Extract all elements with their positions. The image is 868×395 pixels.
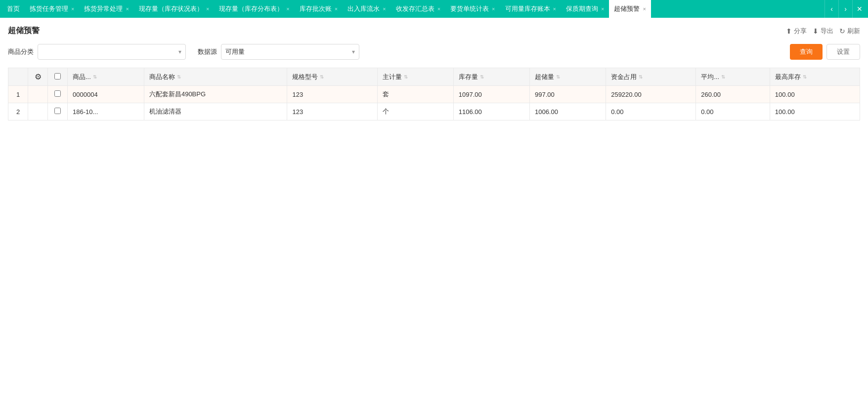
- cell-capital-2: 0.00: [606, 103, 696, 120]
- nav-item-home[interactable]: 首页: [2, 0, 25, 18]
- nav-item-abnormal[interactable]: 拣货异常处理×: [79, 0, 133, 18]
- page-header: 超储预警 ⬆ 分享 ⬇ 导出 ↻ 刷新: [8, 26, 860, 36]
- cell-maxstock-1: 100.00: [770, 86, 860, 103]
- nav-item-expiry[interactable]: 保质期查询×: [561, 0, 609, 18]
- nav-item-order-stat[interactable]: 要货单统计表×: [445, 0, 500, 18]
- cell-avg-2: 0.00: [696, 103, 770, 120]
- col-overstock[interactable]: 超储量⇅: [529, 68, 606, 86]
- cell-unit-1: 套: [377, 86, 453, 103]
- cell-unit-2: 个: [377, 103, 453, 120]
- sort-icon-stock[interactable]: ⇅: [480, 74, 484, 79]
- category-label: 商品分类: [8, 47, 34, 56]
- nav-close-icon-expiry[interactable]: ×: [601, 6, 604, 12]
- sort-icon-capital[interactable]: ⇅: [639, 74, 643, 79]
- nav-close-icon-batch[interactable]: ×: [335, 6, 338, 12]
- nav-item-inout[interactable]: 出入库流水×: [343, 0, 391, 18]
- sort-icon-unit[interactable]: ⇅: [404, 74, 408, 79]
- table-row: 10000004六配套新昌490BPG123套1097.00997.002592…: [8, 86, 860, 103]
- nav-item-batch[interactable]: 库存批次账×: [295, 0, 343, 18]
- table-row: 2186-10...机油滤清器123个1106.001006.000.000.0…: [8, 103, 860, 120]
- col-maxstock[interactable]: 最高库存⇅: [770, 68, 860, 86]
- datasource-select[interactable]: 可用量 ▾: [221, 44, 359, 60]
- cell-code-2: 186-10...: [68, 103, 144, 120]
- row-check-2[interactable]: [48, 103, 68, 120]
- cell-capital-1: 259220.00: [606, 86, 696, 103]
- page-title: 超储预警: [8, 26, 40, 36]
- nav-item-collect[interactable]: 收发存汇总表×: [391, 0, 445, 18]
- export-button[interactable]: ⬇ 导出: [813, 27, 833, 36]
- cell-stock-1: 1097.00: [453, 86, 529, 103]
- query-button[interactable]: 查询: [790, 44, 823, 60]
- nav-prev-arrow[interactable]: ‹: [825, 0, 838, 18]
- nav-close-icon-inout[interactable]: ×: [383, 6, 386, 12]
- row-num-2: 2: [8, 103, 28, 120]
- col-capital[interactable]: 资金占用⇅: [606, 68, 696, 86]
- sort-icon-name[interactable]: ⇅: [177, 74, 181, 79]
- nav-close-icon-order-stat[interactable]: ×: [492, 6, 495, 12]
- row-checkbox-2[interactable]: [54, 108, 61, 114]
- category-select[interactable]: ▾: [38, 44, 186, 60]
- nav-close-icon-stock-dist[interactable]: ×: [286, 6, 289, 12]
- sort-icon-spec[interactable]: ⇅: [320, 74, 324, 79]
- cell-overstock-2: 1006.00: [529, 103, 606, 120]
- nav-close-icon-overstock[interactable]: ×: [643, 6, 646, 12]
- cell-spec-1: 123: [287, 86, 377, 103]
- datasource-filter: 数据源 可用量 ▾: [198, 44, 359, 60]
- col-unit[interactable]: 主计量⇅: [377, 68, 453, 86]
- nav-close-icon-stock-status[interactable]: ×: [206, 6, 209, 12]
- nav-item-overstock[interactable]: 超储预警×: [609, 0, 651, 18]
- sort-icon-maxstock[interactable]: ⇅: [803, 74, 807, 79]
- col-name[interactable]: 商品名称⇅: [144, 68, 287, 86]
- select-all-checkbox[interactable]: [54, 73, 61, 79]
- nav-close-icon-available[interactable]: ×: [553, 6, 556, 12]
- header-actions: ⬆ 分享 ⬇ 导出 ↻ 刷新: [786, 27, 860, 36]
- cell-code-1: 0000004: [68, 86, 144, 103]
- datasource-chevron-icon: ▾: [352, 48, 355, 55]
- col-num: [8, 68, 28, 86]
- nav-close-icon-task[interactable]: ×: [71, 6, 74, 12]
- sort-icon-overstock[interactable]: ⇅: [556, 74, 560, 79]
- nav-bar: 首页拣货任务管理×拣货异常处理×现存量（库存状况表）×现存量（库存分布表）×库存…: [0, 0, 868, 18]
- datasource-label: 数据源: [198, 47, 217, 56]
- cell-name-1: 六配套新昌490BPG: [144, 86, 287, 103]
- cell-name-2: 机油滤清器: [144, 103, 287, 120]
- export-icon: ⬇: [813, 27, 819, 35]
- chevron-down-icon: ▾: [178, 48, 181, 55]
- filter-actions: 查询 设置: [790, 44, 860, 60]
- page-container: 超储预警 ⬆ 分享 ⬇ 导出 ↻ 刷新 商品分类 ▾ 数据源: [0, 18, 868, 395]
- cell-overstock-1: 997.00: [529, 86, 606, 103]
- row-gear-1: [28, 86, 48, 103]
- col-spec[interactable]: 规格型号⇅: [287, 68, 377, 86]
- row-checkbox-1[interactable]: [54, 90, 61, 97]
- data-table: ⚙商品...⇅商品名称⇅规格型号⇅主计量⇅库存量⇅超储量⇅资金占用⇅平均...⇅…: [8, 68, 860, 120]
- share-button[interactable]: ⬆ 分享: [786, 27, 807, 36]
- nav-item-available[interactable]: 可用量库存账本×: [500, 0, 561, 18]
- col-avg[interactable]: 平均...⇅: [696, 68, 770, 86]
- refresh-icon: ↻: [839, 27, 845, 35]
- sort-icon-avg[interactable]: ⇅: [721, 74, 725, 79]
- category-filter: 商品分类 ▾: [8, 44, 186, 60]
- nav-close-icon-abnormal[interactable]: ×: [126, 6, 129, 12]
- col-gear[interactable]: ⚙: [28, 68, 48, 86]
- nav-next-arrow[interactable]: ›: [838, 0, 852, 18]
- datasource-value: 可用量: [225, 47, 352, 56]
- cell-avg-1: 260.00: [696, 86, 770, 103]
- row-check-1[interactable]: [48, 86, 68, 103]
- nav-item-task[interactable]: 拣货任务管理×: [25, 0, 79, 18]
- col-stock[interactable]: 库存量⇅: [453, 68, 529, 86]
- nav-close-arrow[interactable]: ✕: [852, 0, 866, 18]
- refresh-button[interactable]: ↻ 刷新: [839, 27, 860, 36]
- share-icon: ⬆: [786, 27, 792, 35]
- nav-item-stock-status[interactable]: 现存量（库存状况表）×: [134, 0, 214, 18]
- col-code[interactable]: 商品...⇅: [68, 68, 144, 86]
- col-check: [48, 68, 68, 86]
- nav-item-stock-dist[interactable]: 现存量（库存分布表）×: [214, 0, 294, 18]
- row-num-1: 1: [8, 86, 28, 103]
- cell-stock-2: 1106.00: [453, 103, 529, 120]
- sort-icon-code[interactable]: ⇅: [93, 74, 97, 79]
- settings-button[interactable]: 设置: [826, 44, 860, 60]
- nav-close-icon-collect[interactable]: ×: [437, 6, 440, 12]
- nav-arrows: ‹ › ✕: [825, 0, 866, 18]
- cell-spec-2: 123: [287, 103, 377, 120]
- cell-maxstock-2: 100.00: [770, 103, 860, 120]
